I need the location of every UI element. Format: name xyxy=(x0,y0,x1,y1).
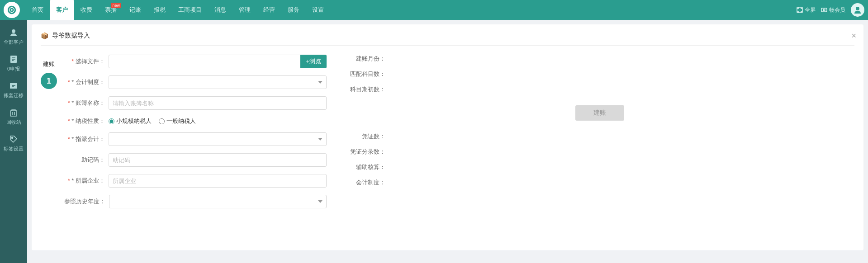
close-button[interactable]: × xyxy=(851,32,856,40)
file-input[interactable] xyxy=(109,55,300,68)
nav-manage[interactable]: 管理 xyxy=(232,0,257,20)
panel-header: 📦 导爷数据导入 xyxy=(41,32,854,46)
user-avatar[interactable] xyxy=(851,3,864,17)
accounting-system-label: * * 会计制度： xyxy=(64,78,105,86)
sidebar: 全部客户 0申报 账套迁移 回收站 标签设置 xyxy=(0,20,27,263)
period-init-row: 科目期初数： xyxy=(345,85,854,94)
sidebar-item-tag-settings[interactable]: 标签设置 xyxy=(1,131,26,156)
memo-code-label: 助记码： xyxy=(64,156,105,164)
accounting-system-select[interactable] xyxy=(109,75,327,89)
aux-accounting-row: 辅助核算： xyxy=(345,163,854,171)
nav-settings[interactable]: 设置 xyxy=(306,0,330,20)
nav-fees[interactable]: 收费 xyxy=(74,0,99,20)
aux-accounting-label: 辅助核算： xyxy=(345,163,385,171)
svg-point-5 xyxy=(856,7,859,10)
accounting-system-row: * * 会计制度： xyxy=(64,75,327,89)
svg-rect-11 xyxy=(10,83,17,89)
panel: 📦 导爷数据导入 × 建账 1 选择文件： xyxy=(32,24,863,250)
build-button[interactable]: 建账 xyxy=(575,105,624,121)
svg-rect-2 xyxy=(797,7,802,13)
history-year-row: 参照历史年度： xyxy=(64,195,327,208)
file-row: 选择文件： +浏览 xyxy=(64,55,327,68)
nav-service[interactable]: 服务 xyxy=(281,0,306,20)
top-nav: 首页 客户 收费 票据 new 记账 报税 工商项目 消息 管理 经营 服务 设… xyxy=(0,0,868,20)
svg-point-4 xyxy=(823,9,825,11)
browse-button[interactable]: +浏览 xyxy=(300,55,327,68)
sidebar-item-declaration[interactable]: 0申报 xyxy=(1,51,26,76)
sidebar-item-migration[interactable]: 账套迁移 xyxy=(1,78,26,103)
file-label: 选择文件： xyxy=(64,57,105,66)
account-month-row: 建账月份： xyxy=(345,55,854,63)
right-accounting-system-label: 会计制度： xyxy=(345,178,385,187)
nav-invoice[interactable]: 票据 new xyxy=(99,0,123,20)
svg-point-15 xyxy=(12,137,13,139)
match-subjects-label: 匹配科目数： xyxy=(345,70,385,78)
nav-commerce[interactable]: 工商项目 xyxy=(172,0,208,20)
account-month-label: 建账月份： xyxy=(345,55,385,63)
memo-code-row: 助记码： xyxy=(64,153,327,167)
match-subjects-row: 匹配科目数： xyxy=(345,70,854,78)
assign-accountant-row: * * 指派会计： xyxy=(64,132,327,146)
svg-point-6 xyxy=(12,29,15,33)
panel-header-icon: 📦 xyxy=(41,32,48,39)
nav-right: 全屏 畅会员 xyxy=(797,3,864,17)
assign-accountant-select[interactable] xyxy=(109,132,327,146)
owner-enterprise-label: * * 所属企业： xyxy=(64,177,105,185)
voucher-label: 凭证数： xyxy=(345,132,385,141)
nav-bookkeeping[interactable]: 记账 xyxy=(123,0,147,20)
nav-tax[interactable]: 报税 xyxy=(147,0,172,20)
nav-home[interactable]: 首页 xyxy=(25,0,50,20)
main-content: 📦 导爷数据导入 × 建账 1 选择文件： xyxy=(27,20,868,263)
nav-message[interactable]: 消息 xyxy=(208,0,232,20)
panel-title: 导爷数据导入 xyxy=(52,32,90,40)
nav-operation[interactable]: 经营 xyxy=(257,0,281,20)
svg-rect-12 xyxy=(10,111,17,116)
history-year-label: 参照历史年度： xyxy=(64,197,105,206)
account-name-row: * * 账簿名称： xyxy=(64,96,327,110)
tax-nature-row: * * 纳税性质： 小规模纳税人 一般纳税人 xyxy=(64,117,327,125)
nav-items: 首页 客户 收费 票据 new 记账 报税 工商项目 消息 管理 经营 服务 设… xyxy=(25,0,797,20)
tax-general-radio[interactable]: 一般纳税人 xyxy=(159,117,196,125)
step-circle: 1 xyxy=(41,73,57,89)
voucher-entries-label: 凭证分录数： xyxy=(345,148,385,156)
owner-enterprise-input[interactable] xyxy=(109,174,327,188)
svg-point-1 xyxy=(11,9,13,11)
fullscreen-btn[interactable]: 全屏 xyxy=(797,6,816,14)
form-right: 建账月份： 匹配科目数： 科目期初数： 建账 凭证 xyxy=(345,55,854,208)
svg-rect-3 xyxy=(821,8,827,12)
tax-small-radio[interactable]: 小规模纳税人 xyxy=(109,117,152,125)
tax-nature-group: 小规模纳税人 一般纳税人 xyxy=(109,117,196,125)
nav-customer[interactable]: 客户 xyxy=(50,0,74,20)
voucher-entries-row: 凭证分录数： xyxy=(345,148,854,156)
new-badge: new xyxy=(111,3,121,8)
assign-accountant-label: * * 指派会计： xyxy=(64,135,105,143)
account-name-label: * * 账簿名称： xyxy=(64,99,105,107)
member-btn[interactable]: 畅会员 xyxy=(821,6,845,14)
layout: 全部客户 0申报 账套迁移 回收站 标签设置 📦 导爷数据导入 × xyxy=(0,20,868,263)
tax-nature-label: * * 纳税性质： xyxy=(64,117,105,125)
step-label: 建账 xyxy=(43,60,55,68)
sidebar-item-recycle[interactable]: 回收站 xyxy=(1,104,26,129)
form-left: 建账 1 选择文件： +浏览 xyxy=(41,55,327,208)
form-grid: 选择文件： +浏览 * * 会计制度： xyxy=(64,55,327,208)
account-name-input[interactable] xyxy=(109,96,327,110)
history-year-select[interactable] xyxy=(109,195,327,208)
voucher-row: 凭证数： xyxy=(345,132,854,141)
memo-code-input[interactable] xyxy=(109,153,327,167)
right-accounting-system-row: 会计制度： xyxy=(345,178,854,187)
sidebar-item-all-customers[interactable]: 全部客户 xyxy=(1,24,26,49)
form-area: 建账 1 选择文件： +浏览 xyxy=(41,55,854,208)
period-init-label: 科目期初数： xyxy=(345,85,385,94)
owner-enterprise-row: * * 所属企业： xyxy=(64,174,327,188)
logo[interactable] xyxy=(4,2,20,18)
